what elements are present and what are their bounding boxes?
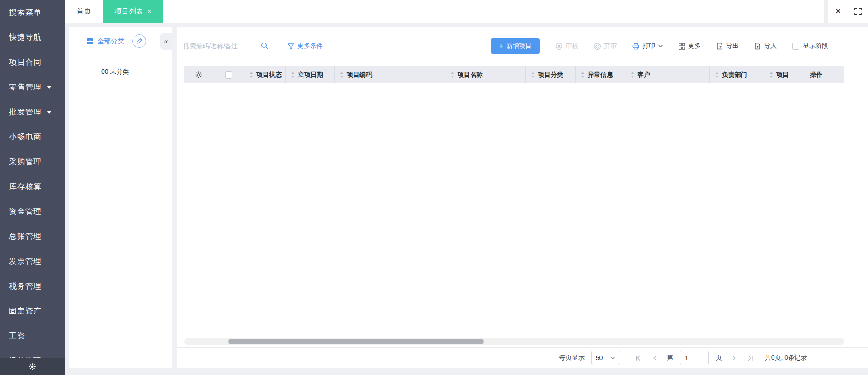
table-body-empty [184, 83, 844, 338]
column-label: 立项日期 [298, 71, 323, 79]
sort-icon[interactable] [531, 72, 535, 78]
sidebar-item-invoice-mgmt[interactable]: 发票管理 [0, 249, 65, 274]
sidebar-item-inventory-accounting[interactable]: 库存核算 [0, 174, 65, 199]
sidebar-item-quick-nav[interactable]: 快捷导航 [0, 25, 65, 50]
sort-icon[interactable] [291, 72, 295, 78]
search-input[interactable] [184, 43, 251, 50]
close-button[interactable]: × [828, 0, 848, 23]
sidebar-item-label: 资金管理 [9, 206, 42, 217]
tab-home[interactable]: 首页 [65, 0, 103, 23]
fullscreen-button[interactable] [848, 0, 868, 23]
sidebar-item-search-menu[interactable]: 搜索菜单 [0, 0, 65, 25]
sort-icon[interactable] [715, 72, 719, 78]
horizontal-scrollbar[interactable] [184, 338, 844, 345]
last-page-button[interactable] [745, 353, 755, 363]
sort-icon[interactable] [581, 72, 585, 78]
column-label: 项目编码 [347, 71, 372, 79]
column-header-project-category[interactable]: 项目分类 [526, 66, 576, 83]
export-label: 导出 [726, 42, 739, 50]
unaudit-button[interactable]: 弃审 [594, 42, 617, 50]
column-settings-button[interactable] [184, 66, 213, 83]
sidebar-item-purchase-mgmt[interactable]: 采购管理 [0, 149, 65, 174]
sidebar-item-label: 采购管理 [9, 157, 42, 167]
column-header-project-code[interactable]: 项目编码 [335, 66, 445, 83]
column-label: 项目名称 [458, 71, 483, 79]
add-project-button[interactable]: + 新增项目 [491, 38, 540, 54]
sidebar-item-label: 搜索菜单 [9, 7, 42, 18]
sidebar-item-tax-mgmt[interactable]: 税务管理 [0, 274, 65, 299]
tab-bar: 首页 项目列表 × × [65, 0, 868, 23]
more-filters-button[interactable]: 更多条件 [288, 42, 323, 50]
first-page-button[interactable] [633, 353, 643, 363]
sort-icon[interactable] [250, 72, 253, 78]
search-icon[interactable] [261, 42, 269, 50]
column-header-project-name[interactable]: 项目名称 [445, 66, 526, 83]
search-box [183, 39, 271, 53]
sidebar-item-label: 发票管理 [9, 256, 42, 266]
column-header-abnormal-info[interactable]: 异常信息 [576, 66, 625, 83]
import-button[interactable]: 导入 [754, 42, 777, 50]
page-prefix-label: 第 [667, 354, 673, 362]
sidebar-item-funds-mgmt[interactable]: 资金管理 [0, 199, 65, 224]
sidebar-item-label: 小畅电商 [9, 132, 42, 142]
audit-button[interactable]: 审核 [555, 42, 578, 50]
import-label: 导入 [764, 42, 777, 50]
sidebar-item-label: 总账管理 [9, 231, 42, 242]
collapse-panel-button[interactable]: « [160, 33, 172, 50]
column-header-project-truncated[interactable]: 项目 [764, 66, 788, 83]
pencil-icon [136, 38, 142, 44]
per-page-value: 50 [596, 354, 603, 361]
toolbar: 更多条件 + 新增项目 审核 弃审 [177, 38, 868, 54]
sidebar-item-wholesale-mgmt[interactable]: 批发管理 [0, 100, 65, 124]
sidebar-item-label: 固定资产 [9, 306, 42, 316]
fullscreen-icon [854, 8, 862, 15]
chevron-down-icon [610, 355, 616, 361]
more-actions-button[interactable]: 更多 [679, 42, 701, 50]
sort-icon[interactable] [769, 72, 773, 78]
column-label: 负责部门 [722, 71, 747, 79]
sidebar-item-label: 项目合同 [9, 57, 42, 67]
sort-icon[interactable] [340, 72, 344, 78]
column-header-customer[interactable]: 客户 [625, 66, 710, 83]
column-header-responsible-dept[interactable]: 负责部门 [710, 66, 764, 83]
category-item-uncategorized[interactable]: 00 未分类 [69, 68, 172, 76]
sort-icon[interactable] [631, 72, 634, 78]
sidebar-item-general-ledger[interactable]: 总账管理 [0, 224, 65, 249]
project-list-panel: 更多条件 + 新增项目 审核 弃审 [177, 27, 868, 368]
column-header-project-status[interactable]: 项目状态 [244, 66, 286, 83]
sort-icon[interactable] [451, 72, 454, 78]
column-label: 项目分类 [538, 71, 563, 79]
collapse-icon: « [164, 38, 168, 46]
sidebar-item-fixed-assets[interactable]: 固定资产 [0, 299, 65, 323]
sidebar-item-label: 工资 [9, 331, 25, 341]
prev-page-button[interactable] [650, 353, 660, 363]
tab-project-list[interactable]: 项目列表 × [103, 0, 163, 23]
sidebar-item-payroll[interactable]: 工资 [0, 323, 65, 348]
sidebar-settings-button[interactable] [0, 358, 65, 375]
sidebar-item-project-contract[interactable]: 项目合同 [0, 50, 65, 75]
column-label: 客户 [637, 71, 650, 79]
edit-category-button[interactable] [132, 34, 146, 48]
page-suffix-label: 页 [716, 354, 722, 362]
per-page-select[interactable]: 50 [591, 351, 620, 365]
page-number-input[interactable] [680, 351, 709, 365]
per-page-label: 每页显示 [559, 354, 585, 362]
export-button[interactable]: 导出 [716, 42, 739, 50]
next-page-button[interactable] [729, 353, 739, 363]
show-stage-toggle[interactable]: 显示阶段 [792, 42, 828, 50]
record-summary: 共0页, 0条记录 [765, 354, 807, 362]
gear-icon [195, 71, 203, 79]
sidebar-item-retail-mgmt[interactable]: 零售管理 [0, 75, 65, 100]
tab-close-icon[interactable]: × [147, 8, 151, 14]
sidebar-item-xiaochang-ecommerce[interactable]: 小畅电商 [0, 124, 65, 149]
checkbox-icon[interactable] [792, 43, 799, 50]
select-all-checkbox[interactable] [225, 71, 232, 79]
print-button[interactable]: 打印 [632, 42, 663, 50]
add-project-label: 新增项目 [506, 42, 532, 50]
sidebar-item-label: 批发管理 [9, 107, 42, 117]
import-icon [754, 43, 761, 50]
column-header-start-date[interactable]: 立项日期 [286, 66, 335, 83]
horizontal-scrollbar-thumb[interactable] [228, 339, 484, 344]
audit-label: 审核 [566, 42, 578, 50]
column-label: 操作 [810, 71, 823, 79]
